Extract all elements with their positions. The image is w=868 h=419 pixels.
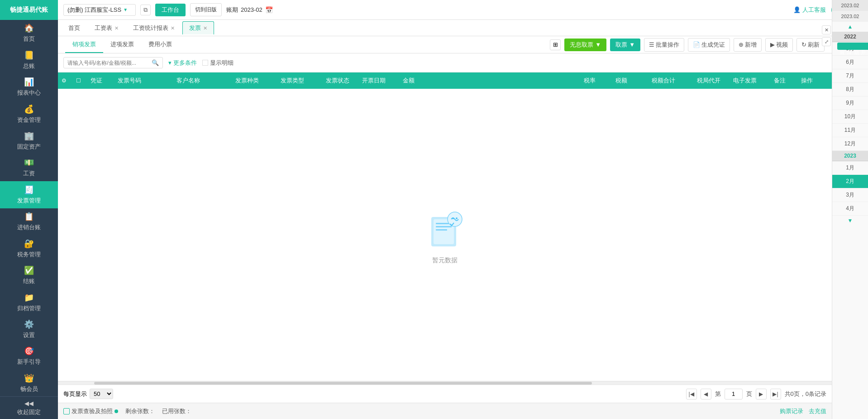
- sidebar-item-home[interactable]: 🏠 首页: [0, 20, 58, 47]
- new-button[interactable]: ⊕ 新增: [734, 38, 762, 52]
- tab-payroll-report[interactable]: 工资统计报表 ✕: [126, 21, 181, 34]
- remaining-label: 剩余张数：: [125, 407, 155, 415]
- invoice-check-checkbox[interactable]: [63, 408, 70, 414]
- sidebar-item-settings[interactable]: ⚙️ 设置: [0, 316, 58, 342]
- th-customer[interactable]: 客户名称 ▼: [176, 77, 235, 85]
- th-invoice-type[interactable]: 发票种类 ▼: [235, 77, 281, 85]
- th-total[interactable]: 税额合计: [652, 77, 697, 85]
- per-page-select[interactable]: 50 100 200: [90, 389, 113, 399]
- month-2023-01[interactable]: 1月: [832, 161, 868, 175]
- month-2023-02[interactable]: 2月: [832, 175, 868, 188]
- sidebar-item-finance[interactable]: 💰 资金管理: [0, 101, 58, 127]
- scrollbar-thumb[interactable]: [94, 382, 592, 385]
- sidebar-item-guide[interactable]: 🎯 新手引导: [0, 343, 58, 370]
- ledger-icon: 📒: [24, 50, 34, 60]
- month-2022-12[interactable]: 12月: [832, 137, 868, 151]
- sidebar-item-tax[interactable]: 🔐 税务管理: [0, 235, 58, 262]
- date-panel-down-icon[interactable]: ▼: [832, 216, 868, 226]
- sidebar-collapse-fixed[interactable]: ◀◀ 收起固定: [0, 396, 58, 419]
- batch-ops-button[interactable]: ☰ 批量操作: [644, 38, 684, 52]
- tab-invoice-label: 发票: [189, 24, 201, 32]
- subtab-sales-invoice[interactable]: 销项发票: [65, 37, 103, 53]
- horizontal-scrollbar[interactable]: [58, 381, 832, 385]
- next-page-button[interactable]: ▶: [756, 389, 767, 400]
- month-2023-04[interactable]: 4月: [832, 202, 868, 216]
- period-calendar-icon[interactable]: 📅: [265, 6, 273, 14]
- search-input[interactable]: [67, 60, 149, 66]
- panel-close-button[interactable]: ✕: [822, 25, 831, 34]
- subtab-purchase-label: 进项发票: [110, 41, 134, 48]
- get-ticket-dropdown-icon: ▼: [629, 41, 635, 48]
- company-selector[interactable]: (勿删) 江西服宝-LSS ▼: [63, 4, 136, 16]
- th-voucher[interactable]: 凭证 ▼: [91, 77, 118, 85]
- tabs-bar: 首页 工资表 ✕ 工资统计报表 ✕ 发票 ✕: [58, 20, 868, 36]
- date-panel: 2023.02 2023.02 ▲ 2022 5月 6月 7月 8月 9月 10…: [832, 0, 868, 419]
- empty-text: 暂元数据: [432, 256, 458, 265]
- month-2023-03[interactable]: 3月: [832, 188, 868, 202]
- sidebar-item-member[interactable]: 👑 畅会员: [0, 370, 58, 396]
- main-area: (勿删) 江西服宝-LSS ▼ ⧉ 工作台 切到旧版 账期 2023-02 📅 …: [58, 0, 868, 419]
- tab-payroll-report-close[interactable]: ✕: [171, 25, 175, 31]
- sidebar-item-ledger[interactable]: 📒 总账: [0, 47, 58, 73]
- sidebar-item-label: 总账: [23, 62, 35, 70]
- th-invoice-status[interactable]: 发票状态 ▼: [326, 77, 362, 85]
- refresh-button[interactable]: ↻ 刷新: [796, 38, 825, 52]
- subtab-purchase-invoice[interactable]: 进项发票: [103, 37, 141, 53]
- display-detail-checkbox[interactable]: [202, 60, 208, 66]
- workbench-button[interactable]: 工作台: [155, 4, 186, 16]
- sidebar-item-sales-ledger[interactable]: 📋 进销台账: [0, 208, 58, 235]
- month-2022-07[interactable]: 7月: [832, 69, 868, 83]
- copy-button[interactable]: ⧉: [140, 5, 151, 15]
- th-check[interactable]: ☐: [76, 77, 91, 84]
- switch-old-version-button[interactable]: 切到旧版: [190, 3, 222, 16]
- month-2022-10[interactable]: 10月: [832, 110, 868, 124]
- no-deduction-button[interactable]: 无息取票 ▼: [564, 39, 606, 51]
- month-2022-06[interactable]: 6月: [832, 56, 868, 69]
- th-invoice-category[interactable]: 发票类型 ▼: [281, 77, 326, 85]
- month-2022-11[interactable]: 11月: [832, 124, 868, 137]
- open-period-button[interactable]: 开期日账: [837, 43, 868, 50]
- panel-expand-button[interactable]: ⤢: [822, 37, 831, 46]
- sidebar-item-payroll[interactable]: 💵 工资: [0, 154, 58, 181]
- tab-invoice[interactable]: 发票 ✕: [182, 21, 214, 34]
- th-date[interactable]: 开票日期: [362, 77, 403, 85]
- month-2022-08[interactable]: 8月: [832, 83, 868, 96]
- tab-home[interactable]: 首页: [62, 21, 87, 34]
- get-ticket-button[interactable]: 取票 ▼: [610, 39, 640, 51]
- th-electronic[interactable]: 电子发票 ▼: [733, 77, 774, 85]
- prev-page-button[interactable]: ◀: [701, 389, 711, 400]
- tab-payroll-close[interactable]: ✕: [114, 25, 119, 31]
- tab-payroll[interactable]: 工资表 ✕: [88, 21, 125, 34]
- search-field[interactable]: 🔍: [63, 57, 163, 68]
- th-invoice-no[interactable]: 发票号码 ▼: [118, 77, 176, 85]
- grid-view-icon[interactable]: ⊞: [550, 39, 561, 50]
- sidebar-item-assets[interactable]: 🏢 固定资产: [0, 127, 58, 154]
- sidebar-item-archive[interactable]: 📁 归档管理: [0, 289, 58, 316]
- date-panel-up-icon[interactable]: ▲: [832, 22, 868, 32]
- sidebar-item-close-account[interactable]: ✅ 结账: [0, 262, 58, 289]
- display-detail-toggle[interactable]: 显示明细: [202, 59, 234, 67]
- recharge-link[interactable]: 去充值: [809, 407, 826, 415]
- subtab-expense-receipt[interactable]: 费用小票: [141, 37, 179, 53]
- customer-service[interactable]: 👤 人工客服: [793, 6, 826, 14]
- per-page-control: 每页显示 50 100 200: [63, 389, 113, 399]
- th-tax[interactable]: 税额: [615, 77, 652, 85]
- th-tax-code[interactable]: 税局代开: [697, 77, 733, 85]
- sidebar: 畅捷通易代账 🏠 首页 📒 总账 📊 报表中心 💰 资金管理 🏢 固定资产 💵 …: [0, 0, 58, 419]
- sidebar-item-invoice[interactable]: 🧾 发票管理: [0, 181, 58, 208]
- th-note[interactable]: 备注: [774, 77, 801, 85]
- svg-rect-3: [436, 226, 452, 227]
- first-page-button[interactable]: |◀: [686, 389, 697, 400]
- th-amount[interactable]: 金额: [403, 77, 584, 85]
- month-2022-09[interactable]: 9月: [832, 96, 868, 110]
- page-number-input[interactable]: [725, 389, 743, 400]
- filter-button[interactable]: ▾ 更多条件: [168, 59, 197, 67]
- sidebar-item-reports[interactable]: 📊 报表中心: [0, 73, 58, 100]
- video-button[interactable]: ▶ 视频: [765, 38, 793, 52]
- tab-invoice-close[interactable]: ✕: [203, 25, 207, 31]
- collapse-label: 收起固定: [17, 408, 41, 416]
- purchase-record-link[interactable]: 购票记录: [780, 407, 803, 415]
- last-page-button[interactable]: ▶|: [770, 389, 781, 400]
- generate-voucher-button[interactable]: 📄 生成凭证: [688, 38, 730, 52]
- th-tax-rate[interactable]: 税率 ▼: [584, 77, 615, 85]
